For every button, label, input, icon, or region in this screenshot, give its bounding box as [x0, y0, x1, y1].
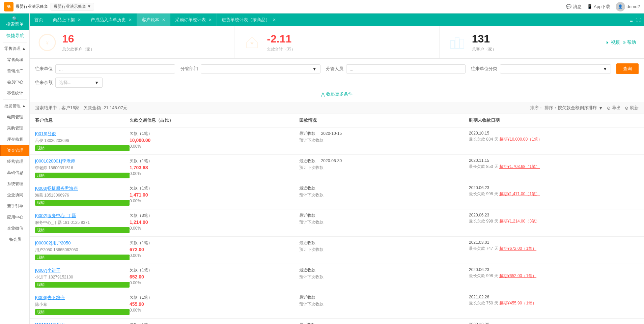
filter-input-unit[interactable] — [55, 64, 175, 73]
sidebar-item-finance[interactable]: 资金管理 — [0, 145, 29, 156]
overdue-info-6: 2021.02.26 最长欠款 750 天 超期¥455.90（1笔） — [469, 295, 639, 315]
filter-field-person: 分管人员 — [326, 64, 466, 73]
tab-minimize-icon[interactable]: 🗕 — [629, 18, 634, 23]
overdue-link-2[interactable]: 超期¥1,471.00（1笔） — [499, 192, 540, 196]
tab-maximize-icon[interactable]: ⛶ — [636, 18, 641, 23]
sidebar-item-member[interactable]: 畅会员 — [0, 234, 29, 245]
tab-close-production-history[interactable]: ✕ — [129, 18, 132, 22]
tab-close-customer-ledger[interactable]: ✕ — [162, 18, 165, 22]
customer-name-5[interactable]: [0007]小进干 — [35, 267, 130, 273]
filter-select-balance[interactable]: 选择... ▼ — [55, 78, 103, 88]
sidebar-item-guide[interactable]: 新手引导 — [0, 201, 29, 212]
main-content: 首页 商品上下架 ✕ 产成品入库单历史 ✕ 客户账本 ✕ 采购订单统计表 ✕ 进… — [30, 13, 644, 324]
filter-input-person[interactable] — [346, 64, 466, 73]
sidebar-item-retail-mgmt[interactable]: 零售管理 ▲ — [0, 43, 29, 54]
export-button[interactable]: ⊙ 导出 — [607, 105, 621, 111]
refresh-icon: ⊙ — [625, 106, 628, 111]
message-button[interactable]: 💬 消息 — [566, 4, 582, 10]
sidebar-item-basic-info[interactable]: 基础信息 — [0, 167, 29, 178]
sidebar-item-quick-nav[interactable]: 快捷导航 — [0, 30, 29, 41]
debt-info-4: 欠款（1笔） 672.00 0.00% — [130, 240, 299, 260]
sidebar-item-marketing[interactable]: 营销推广 — [0, 65, 29, 77]
recovery-info-1: 最近收款 2020-06-30 预计下次收款 — [299, 158, 469, 178]
card-debt-total: ★ -2.11 欠款合计（万） — [234, 26, 439, 58]
sidebar-item-ecommerce[interactable]: 电商管理 — [0, 112, 29, 123]
sidebar-divider-1 — [3, 42, 27, 42]
customer-name-7[interactable]: [000001]黄思源 — [35, 322, 130, 324]
filter-row-2: 往来余额 选择... ▼ — [35, 78, 639, 88]
svg-text:★: ★ — [250, 40, 254, 46]
sidebar-divider-2 — [3, 99, 27, 100]
filter-select-category[interactable]: ▼ — [500, 64, 611, 73]
overdue-link-4[interactable]: 超期¥672.00（1笔） — [499, 246, 536, 251]
debt-total-number: -2.11 — [267, 32, 295, 45]
chevron-down-icon-balance: ▼ — [94, 80, 99, 85]
customer-tag-0: 现销 — [35, 145, 130, 151]
tab-close-purchase-stats[interactable]: ✕ — [208, 18, 212, 22]
collapse-button[interactable]: ⋀ 收起更多条件 — [35, 91, 639, 97]
customer-phone-1: 李老师 18600391516 — [35, 165, 130, 171]
customer-phone-0: 吕俊 13026203696 — [35, 138, 130, 144]
refresh-button[interactable]: ⊙ 刷新 — [625, 105, 639, 111]
customer-name-2[interactable]: [0003]畅捷服务尹海燕 — [35, 185, 130, 192]
sidebar-item-inventory[interactable]: 库存核算 — [0, 134, 29, 145]
filter-field-balance: 往来余额 选择... ▼ — [35, 78, 639, 88]
tab-customer-ledger[interactable]: 客户账本 ✕ — [137, 13, 170, 26]
sidebar-search[interactable]: 🔍 搜索菜单 — [0, 13, 29, 30]
recovery-info-2: 最近收款 预计下次收款 — [299, 185, 469, 206]
results-actions: 排序： 排序：按欠款金额倒序排序 ▼ ⊙ 导出 ⊙ 刷新 — [530, 105, 639, 111]
customer-tag-1: 现销 — [35, 173, 130, 178]
filter-label-person: 分管人员 — [326, 66, 343, 72]
top-bar-right: 💬 消息 📱 App下载 👤 demo2 — [566, 2, 640, 11]
customer-name-3[interactable]: [0002]服务中心_丁磊 — [35, 213, 130, 219]
filter-select-dept[interactable]: ▼ — [201, 64, 320, 73]
recovery-info-5: 最近收款 预计下次收款 — [299, 267, 469, 288]
overdue-link-1[interactable]: 超期¥1,703.68（1笔） — [499, 164, 540, 169]
customer-tag-4: 现销 — [35, 255, 130, 260]
customer-name-0[interactable]: [0016]吕俊 — [35, 131, 130, 137]
customer-name-1[interactable]: [0001020001]李老师 — [35, 158, 130, 164]
debt-customer-label: 总欠款客户（家） — [62, 47, 94, 52]
sidebar-item-app-center[interactable]: 应用中心 — [0, 212, 29, 223]
overdue-link-3[interactable]: 超期¥1,214.00（3笔） — [499, 219, 540, 224]
video-link[interactable]: ⏵ 视频 — [606, 39, 620, 46]
tab-bar: 首页 商品上下架 ✕ 产成品入库单历史 ✕ 客户账本 ✕ 采购订单统计表 ✕ 进… — [30, 13, 644, 26]
debt-info-2: 欠款（1笔） 1,471.00 0.00% — [130, 185, 299, 206]
overdue-link-0[interactable]: 超期¥10,000.00（1笔） — [499, 137, 542, 142]
overdue-link-5[interactable]: 超期¥652.00（1笔） — [499, 273, 536, 278]
recovery-info-7: 最近收款 预计下次收款 — [299, 322, 469, 324]
sidebar-item-weixin[interactable]: 企业微信 — [0, 223, 29, 234]
content-area: ¥ 16 总欠款客户（家） ★ — [30, 26, 644, 324]
sidebar-item-wholesale-mgmt[interactable]: 批发管理 ▲ — [0, 100, 29, 112]
top-bar: 畅 母婴行业演示账套 母婴行业演示账套 ▼ 💬 消息 📱 App下载 👤 dem… — [0, 0, 644, 13]
customer-name-4[interactable]: [000002]用户2050 — [35, 240, 130, 246]
debt-info-5: 欠款（1笔） 652.00 0.00% — [130, 267, 299, 288]
tab-product-listing[interactable]: 商品上下架 ✕ — [48, 13, 86, 26]
search-button[interactable]: 查询 — [616, 63, 639, 74]
overdue-link-6[interactable]: 超期¥455.90（1笔） — [499, 301, 536, 305]
recovery-info-0: 最近收款 2020-10-15 预计下次收款 — [299, 131, 469, 151]
sidebar-item-purchase-mgmt[interactable]: 采购管理 — [0, 123, 29, 134]
help-link[interactable]: ⊙ 帮助 — [622, 39, 636, 46]
filter-label-balance: 往来余额 — [35, 80, 53, 86]
sort-selector[interactable]: 排序： 排序：按欠款金额倒序排序 ▼ — [530, 105, 603, 111]
user-avatar[interactable]: 👤 demo2 — [616, 2, 640, 11]
tab-close-purchase-goods-stats[interactable]: ✕ — [273, 18, 276, 22]
debt-info-0: 欠款（1笔） 10,000.00 0.00% — [130, 131, 299, 151]
company-selector[interactable]: 母婴行业演示账套 ▼ — [51, 3, 94, 10]
customer-name-6[interactable]: [0006]去下粮仓 — [35, 295, 130, 301]
tab-production-history[interactable]: 产成品入库单历史 ✕ — [86, 13, 137, 26]
app-download-button[interactable]: 📱 App下载 — [587, 4, 610, 10]
tab-close-product-listing[interactable]: ✕ — [78, 18, 81, 22]
tab-purchase-stats[interactable]: 采购订单统计表 ✕ — [170, 13, 217, 26]
sidebar-item-member-center[interactable]: 会员中心 — [0, 77, 29, 88]
sidebar-item-system[interactable]: 系统管理 — [0, 178, 29, 189]
tab-home[interactable]: 首页 — [30, 13, 48, 26]
sidebar-item-retail-mall[interactable]: 零售商城 — [0, 54, 29, 65]
sidebar-item-enterprise[interactable]: 企业协同 — [0, 189, 29, 201]
sidebar-item-retail-stats[interactable]: 零售统计 — [0, 88, 29, 99]
message-icon: 💬 — [566, 4, 571, 9]
sidebar-item-operations[interactable]: 经营管理 — [0, 156, 29, 167]
tab-purchase-goods-stats[interactable]: 进货单统计表（按商品） ✕ — [217, 13, 281, 26]
data-table: 客户信息 欠款交易信息（占比） 回款情况 到期未收款日期 [0016]吕俊 吕俊… — [30, 114, 644, 324]
